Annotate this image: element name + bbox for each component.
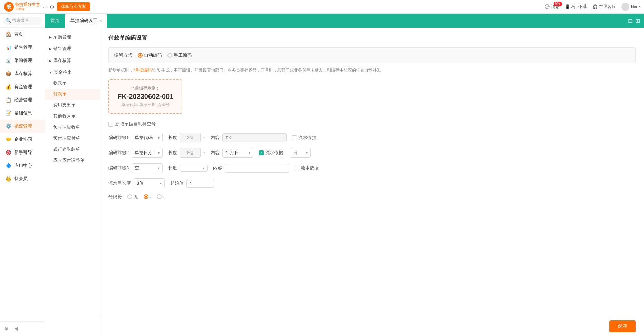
auto-encode-radio[interactable]	[138, 53, 143, 58]
sub-nav-header-inventory[interactable]: ▶ 库存核算	[45, 55, 100, 66]
sub-nav-item-payment[interactable]: 付款单	[45, 89, 100, 100]
settings-footer-icon[interactable]: ⚙	[4, 326, 9, 331]
sidebar-item-label: 库存核算	[14, 71, 32, 77]
chevron-down-icon: ▾	[306, 151, 308, 155]
start-value-input[interactable]	[186, 179, 214, 188]
length1-field: 长度 2位 ▾	[168, 133, 205, 142]
nav-next-icon[interactable]: ›	[46, 4, 48, 9]
auto-fill-checkbox[interactable]	[108, 122, 113, 127]
content3-input[interactable]	[225, 164, 289, 173]
start-value-field: 起始值	[170, 179, 214, 188]
tab-maximize-icon[interactable]: ⊞	[635, 18, 640, 24]
length3-select[interactable]: ▾	[180, 165, 208, 172]
manual-encode-radio[interactable]	[167, 53, 172, 58]
prefix3-label: 编码前缀3	[108, 165, 129, 171]
stream1-checkbox[interactable]	[292, 135, 297, 140]
save-button[interactable]: 保存	[609, 320, 636, 332]
sub-nav-item-adjustment[interactable]: 应收应付调整单	[45, 155, 100, 166]
sub-nav-item-receipt[interactable]: 收款单	[45, 77, 100, 89]
sub-nav-header-purchase[interactable]: ▶ 采购管理	[45, 32, 100, 42]
sidebar-item-basic[interactable]: 📝 基础信息	[0, 106, 45, 120]
stream2-field: ✓ 流水依据	[259, 150, 283, 156]
separator-dot-radio[interactable]	[144, 194, 148, 199]
sidebar-item-label: 资金管理	[14, 84, 32, 90]
tab-minimize-icon[interactable]: ⊟	[628, 18, 633, 24]
sidebar-item-home[interactable]: 🏠 首页	[0, 28, 45, 41]
stream-length-select[interactable]: 3位 ▾	[134, 178, 165, 188]
stream2-checkbox[interactable]: ✓	[259, 150, 264, 155]
length1-label: 长度	[168, 134, 177, 141]
prefix3-select[interactable]: 空 ▾	[132, 163, 163, 173]
sub-nav-header-capital[interactable]: ▼ 资金往来	[45, 67, 100, 77]
sub-nav-item-other-income[interactable]: 其他收入单	[45, 111, 100, 122]
sidebar-item-label: 销售管理	[14, 44, 32, 50]
sub-nav-header-sales[interactable]: ▶ 销售管理	[45, 44, 100, 54]
sidebar-item-label: 企业协同	[14, 136, 32, 142]
sidebar-item-guide[interactable]: 🎯 新手引导	[0, 146, 45, 159]
purchase-icon: 🛒	[6, 58, 11, 63]
online-service-button[interactable]: 🎧 在线客服	[593, 4, 616, 10]
sub-nav-item-prepay-offset[interactable]: 预收冲应收单	[45, 122, 100, 133]
sidebar-item-inventory[interactable]: 📦 库存核算	[0, 67, 45, 80]
length3-field: 长度 ▾	[168, 165, 208, 172]
ops-icon: 📋	[6, 97, 11, 103]
content1-input	[222, 133, 287, 142]
prefix-row-1: 编码前缀1 单据代码 ▾ 长度 2位 ▾ 内容	[108, 133, 636, 142]
prefix1-select[interactable]: 单据代码 ▾	[132, 133, 163, 142]
sidebar-item-cooperation[interactable]: 🤝 企业协同	[0, 133, 45, 146]
sidebar-item-finance[interactable]: 💰 资金管理	[0, 80, 45, 93]
separator-dot-option[interactable]: ·	[144, 194, 151, 199]
sub-nav-item-bank-savings[interactable]: 银行存取款单	[45, 144, 100, 155]
search-button[interactable]: 🔍 搜索菜单	[3, 17, 42, 25]
trial-button[interactable]: 体验行业方案	[57, 2, 90, 11]
stream-length-label: 流水号长度	[108, 180, 131, 186]
app-logo: 畅 畅捷通好生意 招商版	[4, 2, 40, 12]
tab-home[interactable]: 首页	[45, 14, 65, 28]
stream1-label: 流水依据	[298, 134, 316, 141]
chevron-down-icon: ▼	[49, 71, 52, 74]
sidebar-item-purchase[interactable]: 🛒 采购管理	[0, 54, 45, 67]
app-download-button[interactable]: 📱 App下载	[565, 4, 587, 10]
separator-dot-label: ·	[150, 194, 151, 199]
sidebar-item-member[interactable]: 👑 畅会员	[0, 172, 45, 185]
separator-none-radio[interactable]	[127, 194, 132, 199]
separator-dot2-radio[interactable]	[157, 194, 162, 199]
tab-close-button[interactable]: ×	[99, 19, 102, 23]
day-select[interactable]: 日 ▾	[290, 148, 311, 158]
user-menu[interactable]: Nare	[621, 3, 640, 11]
tab-encode-settings[interactable]: 单据编码设置 ×	[65, 14, 107, 28]
chevron-right-icon: ▶	[49, 35, 52, 39]
separator-dot2-option[interactable]: ·	[157, 194, 164, 199]
system-icon: ⚙️	[6, 123, 11, 129]
sidebar-search-area[interactable]: 🔍 搜索菜单	[0, 14, 45, 28]
message-button[interactable]: 💬 消息 99+	[545, 4, 559, 10]
encode-method-label: 编码方式	[114, 52, 132, 57]
sidebar-item-sales[interactable]: 📊 销售管理	[0, 41, 45, 54]
top-bar-nav: ‹ › ⚙	[43, 4, 54, 10]
chevron-down-icon: ▾	[158, 136, 160, 140]
prefix1-label: 编码前缀1	[108, 134, 129, 141]
separator-section: 分隔符 无 · ·	[108, 194, 636, 200]
collapse-icon[interactable]: ◀	[14, 326, 18, 331]
sidebar-item-system[interactable]: ⚙️ 系统管理	[0, 120, 45, 133]
stream-length-field: 流水号长度 3位 ▾	[108, 178, 165, 188]
sidebar-item-label: 首页	[14, 31, 23, 37]
content2-select[interactable]: 年月日 ▾	[222, 148, 253, 158]
sidebar-item-apps[interactable]: 🔷 应用中心	[0, 159, 45, 172]
prefix2-label: 编码前缀2	[108, 150, 129, 156]
prefix2-select[interactable]: 单据日期 ▾	[132, 148, 163, 158]
search-icon: 🔍	[6, 18, 11, 23]
manual-encode-option[interactable]: 手工编码	[167, 52, 192, 58]
sub-nav-item-expense[interactable]: 费用支出单	[45, 100, 100, 111]
code-preview-box: 当前编码示例： FK-20230602-001 单据代码-单据日期-流水号	[108, 79, 182, 114]
sub-nav-label: 库存核算	[53, 57, 71, 64]
length1-input: 2位	[180, 133, 201, 142]
auto-encode-option[interactable]: 自动编码	[138, 52, 162, 58]
sidebar: 🔍 搜索菜单 🏠 首页 📊 销售管理 🛒 采购管理 📦 库存核算 💰 资金管理 …	[0, 14, 45, 335]
settings-icon[interactable]: ⚙	[50, 4, 54, 10]
separator-none-option[interactable]: 无	[127, 194, 138, 200]
stream3-checkbox[interactable]	[295, 166, 299, 170]
nav-prev-icon[interactable]: ‹	[43, 4, 44, 9]
sub-nav-item-advance-offset[interactable]: 预付冲应付单	[45, 133, 100, 144]
sidebar-item-operations[interactable]: 📋 经营管理	[0, 93, 45, 106]
